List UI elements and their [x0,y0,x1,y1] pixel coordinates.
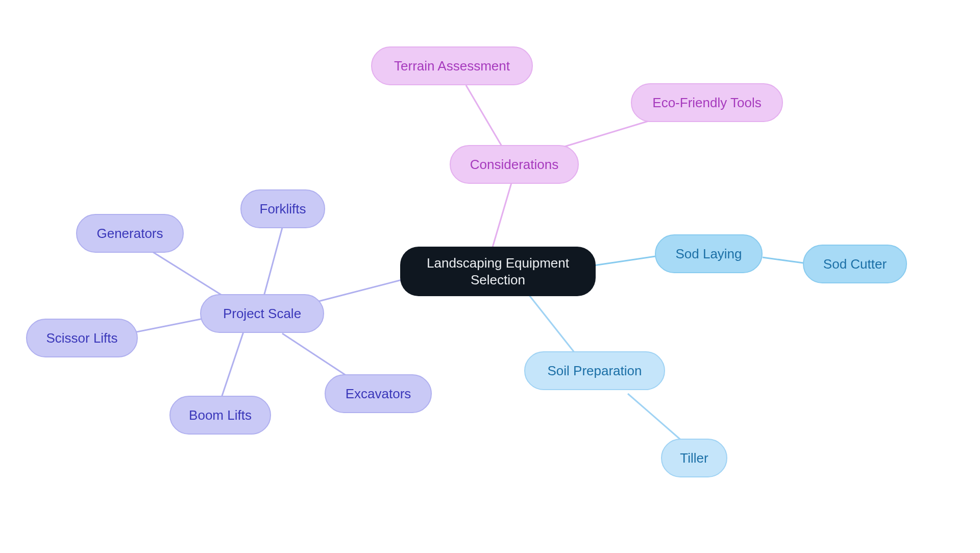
projectscale-label: Project Scale [223,305,301,322]
edge-projectscale-boom [220,332,243,400]
edge-soilprep-tiller [628,394,687,445]
scissor-label: Scissor Lifts [46,330,117,347]
node-sod-cutter[interactable]: Sod Cutter [803,245,907,283]
node-sod-laying[interactable]: Sod Laying [655,234,763,273]
node-generators[interactable]: Generators [76,214,184,253]
terrain-label: Terrain Assessment [394,58,510,75]
node-excavators[interactable]: Excavators [325,374,432,413]
node-terrain-assessment[interactable]: Terrain Assessment [371,46,533,85]
node-boom-lifts[interactable]: Boom Lifts [169,396,271,435]
tiller-label: Tiller [680,450,708,467]
generators-label: Generators [96,225,163,242]
node-forklifts[interactable]: Forklifts [240,189,325,228]
excavators-label: Excavators [346,386,411,402]
edge-root-considerations [493,181,512,247]
sodlaying-label: Sod Laying [675,246,742,262]
mindmap-canvas: Landscaping Equipment Selection Consider… [0,0,980,553]
root-label: Landscaping Equipment Selection [415,255,580,288]
edge-root-soilprep [528,294,575,353]
soilprep-label: Soil Preparation [548,363,642,379]
root-node[interactable]: Landscaping Equipment Selection [400,247,596,296]
edge-root-sodlaying [594,256,655,266]
edge-sodlaying-cutter [763,257,803,263]
eco-label: Eco-Friendly Tools [652,94,761,111]
node-eco-friendly-tools[interactable]: Eco-Friendly Tools [631,83,783,122]
node-considerations[interactable]: Considerations [450,145,579,184]
node-scissor-lifts[interactable]: Scissor Lifts [26,319,138,357]
edge-considerations-terrain [466,85,502,146]
node-tiller[interactable]: Tiller [661,439,727,477]
node-soil-preparation[interactable]: Soil Preparation [524,351,665,390]
boom-label: Boom Lifts [189,407,252,424]
node-project-scale[interactable]: Project Scale [200,294,324,333]
edge-projectscale-forklifts [263,228,282,300]
forklifts-label: Forklifts [260,201,306,218]
sodcutter-label: Sod Cutter [823,256,887,273]
considerations-label: Considerations [470,156,558,173]
edge-root-projectscale [311,280,402,303]
edge-projectscale-excavators [282,333,354,380]
